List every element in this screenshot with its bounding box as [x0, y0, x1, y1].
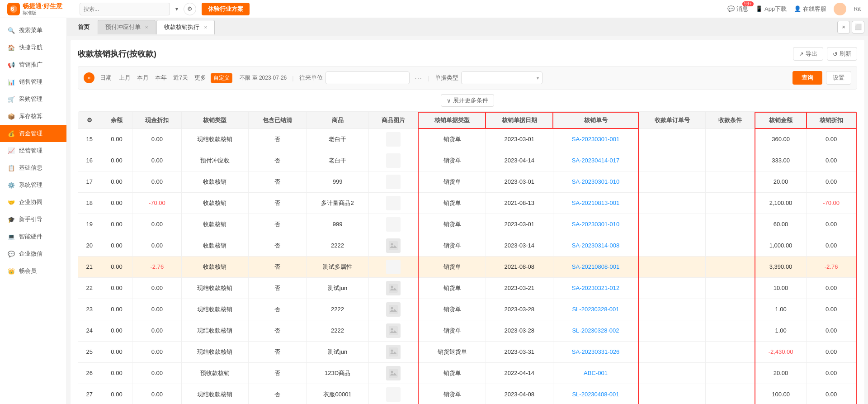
col-header-verify-type: 核销类型 [182, 112, 248, 128]
svg-point-9 [391, 328, 393, 330]
sidebar-item-funds[interactable]: 💰 资金管理 [0, 125, 66, 142]
sidebar-item-guide[interactable]: 🎓 新手引导 [0, 211, 66, 228]
page-header: 收款核销执行(按收款) ↗ 导出 ↺ 刷新 [78, 47, 857, 61]
svg-point-5 [391, 285, 393, 288]
topbar-search[interactable] [80, 3, 170, 15]
export-button[interactable]: ↗ 导出 [793, 47, 823, 61]
gear-icon[interactable]: ⚙ [184, 3, 196, 15]
cell-verify-type: 现结收款核销 [182, 320, 248, 341]
cell-product-img [369, 214, 418, 235]
cell-cash-discount: 0.00 [132, 277, 182, 299]
cell-receipt-condition [705, 192, 755, 214]
cell-verify-doc-no: SA-20210813-001 [553, 192, 638, 214]
expand-more-button[interactable]: ∨ 展开更多条件 [441, 94, 494, 107]
refresh-button[interactable]: ↺ 刷新 [827, 47, 857, 61]
user-avatar[interactable] [834, 3, 846, 15]
date-this-year[interactable]: 本年 [153, 73, 169, 83]
cell-include-settled: 否 [248, 214, 306, 235]
wechat-icon: 💬 [7, 250, 15, 258]
cell-verify-discount: 0.00 [807, 320, 856, 341]
date-last-7days[interactable]: 近7天 [171, 73, 190, 83]
cell-receipt-condition [705, 128, 755, 150]
sidebar-item-operation[interactable]: 📈 经营管理 [0, 142, 66, 159]
date-prev-month[interactable]: 上月 [117, 73, 132, 83]
cell-verify-doc-date: 2023-03-28 [486, 299, 553, 320]
date-custom-button[interactable]: 自定义 [211, 73, 232, 83]
search-input[interactable] [84, 6, 156, 12]
basic-icon: 📋 [7, 164, 15, 172]
from-unit-input[interactable] [326, 71, 410, 84]
cell-verify-type: 收款核销 [182, 256, 248, 277]
cell-verify-doc-type: 销货单 [418, 214, 486, 235]
cell-verify-doc-date: 2023-03-01 [486, 214, 553, 235]
cell-receipt-condition [705, 277, 755, 299]
cell-receipt-order-no [638, 384, 705, 404]
industry-solution-button[interactable]: 休验行业方案 [202, 3, 250, 15]
cell-verify-doc-date: 2021-08-13 [486, 192, 553, 214]
table-row: 25 0.00 0.00 现结收款核销 否 测试jun 销货退货单 2023-0… [78, 341, 856, 362]
cell-verify-doc-date: 2023-03-21 [486, 277, 553, 299]
app-download-button[interactable]: 📱 App下载 [755, 5, 787, 13]
filter-expand-button[interactable]: » [84, 72, 94, 83]
expand-more-container: ∨ 展开更多条件 [78, 94, 857, 107]
tab-prepay[interactable]: 预付冲应付单 × [98, 20, 156, 34]
cell-product: 999 [306, 214, 369, 235]
cell-include-settled: 否 [248, 341, 306, 362]
cell-verify-doc-no: SA-20230321-012 [553, 277, 638, 299]
topbar-dropdown[interactable]: ▾ [175, 6, 178, 12]
sidebar-item-wechat[interactable]: 💬 企业微信 [0, 245, 66, 262]
close-prepay-tab[interactable]: × [145, 24, 148, 30]
table-row: 18 0.00 -70.00 收款核销 否 多计量商品2 销货单 2021-08… [78, 192, 856, 214]
settings-button[interactable]: 设置 [826, 71, 851, 85]
close-receipt-tab[interactable]: × [204, 24, 207, 30]
sidebar-item-sales[interactable]: 📊 销售管理 [0, 73, 66, 90]
col-header-settings[interactable]: ⚙ [78, 112, 101, 128]
sidebar-item-purchase[interactable]: 🛒 采购管理 [0, 90, 66, 108]
cell-receipt-order-no [638, 320, 705, 341]
sidebar-item-member[interactable]: 👑 畅会员 [0, 262, 66, 280]
cell-include-settled: 否 [248, 235, 306, 256]
tab-home[interactable]: 首页 [71, 20, 97, 34]
cell-cash-discount: -70.00 [132, 192, 182, 214]
sidebar-item-search[interactable]: 🔍 搜索菜单 [0, 22, 66, 39]
cell-verify-doc-no: SA-20230331-026 [553, 341, 638, 362]
doc-type-select[interactable] [461, 71, 542, 84]
page-inner: 收款核销执行(按收款) ↗ 导出 ↺ 刷新 » [71, 40, 864, 404]
receipt-tab-label: 收款核销执行 [164, 23, 199, 31]
message-button[interactable]: 💬 消息 99+ [727, 5, 748, 13]
cell-receipt-order-no [638, 128, 705, 150]
cell-num: 26 [78, 362, 101, 384]
svg-point-3 [391, 243, 393, 245]
cell-include-settled: 否 [248, 128, 306, 150]
cell-verify-doc-date: 2023-04-14 [486, 150, 553, 171]
date-this-month[interactable]: 本月 [135, 73, 151, 83]
cell-verify-discount: -2.76 [807, 256, 856, 277]
cell-verify-type: 收款核销 [182, 192, 248, 214]
table-scroll[interactable]: ⚙ 余额 现金折扣 核销类型 包含已结清 商品 商品图片 核销单据类型 核销单据… [78, 112, 857, 404]
cell-include-settled: 否 [248, 362, 306, 384]
sidebar-item-marketing[interactable]: 📢 营销推广 [0, 56, 66, 73]
close-tab-button[interactable]: × [837, 21, 850, 33]
cell-verify-type: 收款核销 [182, 214, 248, 235]
sidebar-item-system[interactable]: ⚙️ 系统管理 [0, 176, 66, 194]
maximize-button[interactable]: ⬜ [852, 21, 864, 33]
date-more[interactable]: 更多 [193, 73, 208, 83]
table-header-row: ⚙ 余额 现金折扣 核销类型 包含已结清 商品 商品图片 核销单据类型 核销单据… [78, 112, 856, 128]
online-service-button[interactable]: 👤 在线客服 [794, 5, 826, 13]
cell-balance: 0.00 [101, 235, 132, 256]
tab-receipt[interactable]: 收款核销执行 × [156, 20, 214, 34]
cell-receipt-condition [705, 214, 755, 235]
cell-cash-discount: 0.00 [132, 214, 182, 235]
cell-receipt-condition [705, 341, 755, 362]
sidebar-item-basic[interactable]: 📋 基础信息 [0, 159, 66, 176]
user-name[interactable]: Rit [854, 5, 861, 12]
query-button[interactable]: 查询 [793, 71, 822, 85]
sidebar-item-inventory[interactable]: 📦 库存核算 [0, 108, 66, 125]
member-icon: 👑 [7, 267, 15, 275]
sidebar-item-enterprise[interactable]: 🤝 企业协同 [0, 194, 66, 211]
cell-verify-amount: 1,000.00 [755, 235, 807, 256]
cell-receipt-condition [705, 362, 755, 384]
cell-product-img [369, 150, 418, 171]
sidebar-item-hardware[interactable]: 💻 智能硬件 [0, 228, 66, 245]
sidebar-item-quick-nav[interactable]: 🏠 快捷导航 [0, 39, 66, 56]
